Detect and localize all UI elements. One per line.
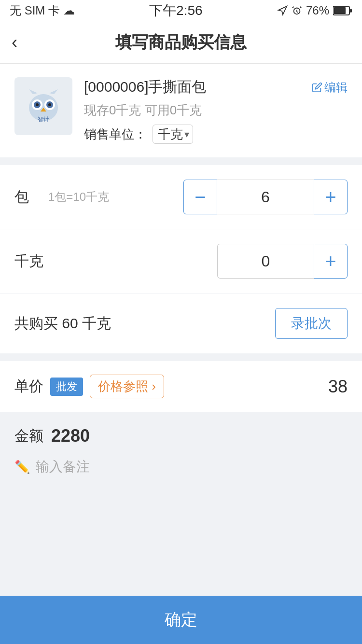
nav-bar: ‹ 填写商品购买信息 (0, 21, 362, 64)
unit-select-wrap[interactable]: 千克 (153, 125, 193, 144)
batch-button[interactable]: 录批次 (275, 308, 348, 339)
amount-value: 2280 (51, 426, 90, 446)
edit-button[interactable]: 编辑 (312, 80, 348, 95)
page-title: 填写商品购买信息 (115, 31, 247, 54)
alarm-icon (292, 5, 302, 16)
svg-point-10 (36, 103, 39, 106)
qty-sublabel-bao: 1包=10千克 (48, 189, 183, 205)
svg-marker-13 (29, 89, 38, 94)
svg-marker-0 (278, 6, 287, 14)
remark-row[interactable]: ✏️ 输入备注 (14, 458, 348, 476)
confirm-button[interactable]: 确定 (0, 596, 362, 644)
status-right: 76% (277, 4, 352, 17)
remark-icon: ✏️ (14, 460, 30, 475)
qty-controls-kg: + (217, 244, 348, 279)
product-image: 智计 (14, 77, 72, 135)
svg-rect-4 (350, 9, 352, 13)
price-row: 单价 批发 价格参照 › 38 (14, 375, 348, 398)
price-section: 单价 批发 价格参照 › 38 (0, 361, 362, 412)
svg-rect-3 (334, 7, 346, 14)
battery-text: 76% (306, 4, 329, 17)
svg-text:智计: 智计 (38, 116, 49, 123)
increment-kg-button[interactable]: + (314, 244, 348, 279)
svg-point-11 (48, 103, 51, 106)
quantity-section: 包 1包=10千克 − + 千克 + (0, 165, 362, 293)
status-time: 下午2:56 (149, 1, 203, 20)
owl-logo: 智计 (24, 89, 63, 123)
status-left: 无 SIM 卡 ☁ (10, 3, 75, 18)
price-label: 单价 (14, 377, 43, 396)
price-label-group: 单价 批发 价格参照 › (14, 375, 164, 398)
remark-placeholder: 输入备注 (36, 458, 90, 476)
amount-label: 金额 (14, 426, 43, 446)
location-icon (277, 5, 288, 16)
summary-row: 共购买 60 千克 录批次 (0, 294, 362, 353)
qty-label-bao: 包 (14, 187, 43, 207)
battery-icon (333, 5, 352, 16)
price-tag: 批发 (50, 378, 83, 396)
increment-bao-button[interactable]: + (314, 180, 348, 214)
product-name-row: [0000006]手撕面包 编辑 (84, 77, 348, 97)
qty-controls-bao: − + (183, 180, 348, 214)
amount-row: 金额 2280 (14, 426, 348, 446)
sim-status: 无 SIM 卡 ☁ (10, 3, 75, 18)
price-value: 38 (328, 377, 348, 397)
decrement-bao-button[interactable]: − (183, 180, 217, 214)
price-ref-button[interactable]: 价格参照 › (90, 375, 164, 398)
product-name: [0000006]手撕面包 (84, 77, 206, 97)
edit-label: 编辑 (324, 80, 348, 95)
qty-row-bao: 包 1包=10千克 − + (0, 165, 362, 229)
back-button[interactable]: ‹ (12, 32, 17, 53)
edit-icon (312, 82, 322, 93)
amount-section: 金额 2280 ✏️ 输入备注 (0, 412, 362, 486)
summary-text: 共购买 60 千克 (14, 314, 111, 334)
qty-input-kg[interactable] (217, 244, 314, 279)
qty-label-kg: 千克 (14, 252, 43, 271)
unit-label: 销售单位： (84, 126, 147, 143)
price-ref-label: 价格参照 › (98, 378, 156, 395)
svg-marker-14 (49, 89, 58, 94)
unit-select[interactable]: 千克 (153, 125, 193, 144)
qty-input-bao[interactable] (217, 180, 314, 214)
product-unit-row: 销售单位： 千克 (84, 125, 348, 144)
product-info: [0000006]手撕面包 编辑 现存0千克 可用0千克 销售单位： 千克 (84, 77, 348, 144)
product-card: 智计 [0000006]手撕面包 编辑 现存0千克 可用0千克 销售单位： 千克 (0, 64, 362, 157)
status-bar: 无 SIM 卡 ☁ 下午2:56 76% (0, 0, 362, 21)
qty-row-kg: 千克 + (0, 229, 362, 293)
product-stock: 现存0千克 可用0千克 (84, 102, 348, 119)
